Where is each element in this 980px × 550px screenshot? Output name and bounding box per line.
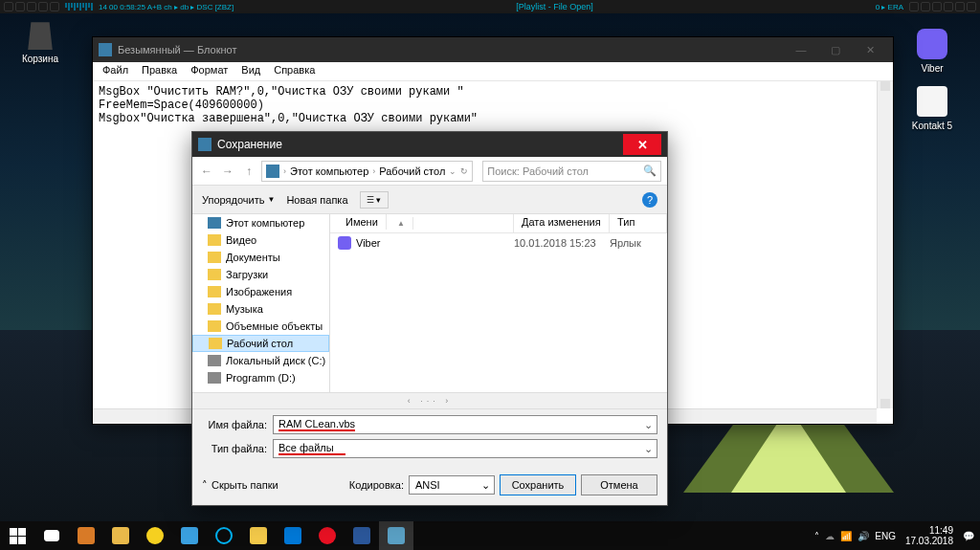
menu-format[interactable]: Формат [185,62,234,80]
tray-date: 17.03.2018 [905,536,953,546]
player-right-info: 0 ▸ ERA [876,3,903,11]
search-icon: 🔍 [643,165,657,177]
help-button[interactable]: ? [642,192,657,208]
tree-item-3d[interactable]: Объемные объекты [192,318,329,335]
media-player-bar: 14 00 0:58:25 A+B ch ▸ db ▸ DSC [ZBZ] [P… [0,0,980,13]
tray-language[interactable]: ENG [875,531,896,541]
file-date: 10.01.2018 15:23 [514,237,610,249]
player-btn[interactable] [955,2,965,11]
player-play-icon[interactable] [15,2,25,11]
notepad-title: Безымянный — Блокнот [118,44,236,55]
filetype-dropdown[interactable]: Все файлы [273,439,657,458]
taskbar-app[interactable] [103,521,138,550]
task-view-button[interactable] [34,521,69,550]
menu-view[interactable]: Вид [235,62,266,80]
taskbar-explorer[interactable] [241,521,276,550]
scrollbar-vertical[interactable] [877,81,893,408]
desktop-icon-label: Kontakt 5 [912,121,952,131]
player-btn[interactable] [932,2,942,11]
player-stop-icon[interactable] [38,2,48,11]
close-button[interactable]: ✕ [853,39,887,60]
taskbar-app[interactable] [172,521,207,550]
viber-icon [338,236,351,250]
desktop-icon-label: Viber [921,63,943,74]
encoding-dropdown[interactable]: ANSI [409,475,495,495]
menu-edit[interactable]: Правка [136,62,183,80]
tree-item-pc[interactable]: Этот компьютер [192,214,329,231]
desktop-icon-trash[interactable]: Корзина [11,19,69,64]
player-btn[interactable] [944,2,953,11]
equalizer-icon [65,3,93,11]
breadcrumb[interactable]: › Этот компьютер › Рабочий стол ⌄ ↻ [261,161,473,182]
menu-help[interactable]: Справка [268,62,321,80]
column-type[interactable]: Тип [610,214,667,232]
tree-item-video[interactable]: Видео [192,231,329,249]
notepad-textarea[interactable]: MsgBox "Очистить RAM?",0,"Очистка ОЗУ св… [93,81,893,129]
folder-icon [208,252,221,263]
minimize-button[interactable]: — [784,39,818,60]
folder-icon [209,338,222,349]
menu-file[interactable]: Файл [97,62,134,80]
close-button[interactable]: ✕ [623,134,661,155]
taskbar-edge[interactable] [276,521,310,550]
player-prev-icon[interactable] [4,2,13,11]
tray-volume-icon[interactable]: 🔊 [858,531,869,541]
player-pause-icon[interactable] [27,2,36,11]
player-btn[interactable] [921,2,930,11]
desktop-icon-kontakt[interactable]: Kontakt 5 [903,86,961,131]
search-input[interactable]: Поиск: Рабочий стол 🔍 [482,161,661,182]
taskbar-notepad[interactable] [379,521,413,550]
tray-chevron-icon[interactable]: ˄ [814,531,819,541]
desktop-icon-viber[interactable]: Viber [903,29,961,74]
resize-handle[interactable]: ‹ ··· › [192,392,667,409]
tree-item-images[interactable]: Изображения [192,283,329,300]
tree-item-downloads[interactable]: Загрузки [192,266,329,283]
tray-notifications-icon[interactable]: 💬 [963,531,974,541]
player-btn[interactable] [967,2,976,11]
file-name: Viber [356,237,380,249]
save-button[interactable]: Сохранить [500,474,576,495]
tree-item-documents[interactable]: Документы [192,249,329,266]
crumb-pc[interactable]: Этот компьютер [290,165,368,177]
tree-item-music[interactable]: Музыка [192,300,329,318]
new-folder-button[interactable]: Новая папка [286,194,347,206]
folder-icon [208,303,221,315]
column-name[interactable]: Имени ▲ [330,214,514,232]
nav-back-button[interactable]: ← [198,163,215,180]
nav-forward-button[interactable]: → [219,163,236,180]
view-options-button[interactable]: ☰ ▾ [360,191,389,209]
taskbar-opera[interactable] [310,521,345,550]
taskbar-app[interactable] [138,521,172,550]
crumb-desktop[interactable]: Рабочий стол [379,165,445,177]
taskbar-word[interactable] [345,521,379,550]
maximize-button[interactable]: ▢ [818,39,853,60]
tree-item-desktop[interactable]: Рабочий стол [192,335,329,352]
folder-icon [208,286,221,297]
start-button[interactable] [0,521,34,550]
tray-network-icon[interactable]: 📶 [840,531,852,541]
search-placeholder: Поиск: Рабочий стол [487,165,589,177]
column-date[interactable]: Дата изменения [514,214,610,232]
folder-icon [208,234,221,246]
tree-item-disk-c[interactable]: Локальный диск (C:) [192,352,329,369]
filetype-label: Тип файла: [202,443,267,454]
taskbar-app[interactable] [69,521,103,550]
notepad-titlebar[interactable]: Безымянный — Блокнот — ▢ ✕ [93,37,893,62]
tree-item-disk-d[interactable]: Programm (D:) [192,369,329,386]
hide-folders-toggle[interactable]: ˄ Скрыть папки [202,479,278,492]
organize-dropdown[interactable]: Упорядочить ▼ [202,194,275,206]
dialog-titlebar[interactable]: Сохранение ✕ [192,132,667,157]
disk-icon [208,372,221,384]
trash-icon [25,19,56,50]
filename-input[interactable]: RAM CLean.vbs [273,415,657,434]
save-as-dialog: Сохранение ✕ ← → ↑ › Этот компьютер › Ра… [191,131,668,506]
tray-clock[interactable]: 11:49 17.03.2018 [902,525,957,546]
nav-up-button[interactable]: ↑ [240,163,257,180]
player-next-icon[interactable] [50,2,59,11]
taskbar-cortana[interactable] [207,521,241,550]
player-status: 14 00 0:58:25 A+B ch ▸ db ▸ DSC [ZBZ] [99,3,234,11]
player-btn[interactable] [909,2,919,11]
cancel-button[interactable]: Отмена [581,474,657,495]
tray-onedrive-icon[interactable]: ☁ [825,531,835,541]
file-row[interactable]: Viber 10.01.2018 15:23 Ярлык [330,233,667,253]
